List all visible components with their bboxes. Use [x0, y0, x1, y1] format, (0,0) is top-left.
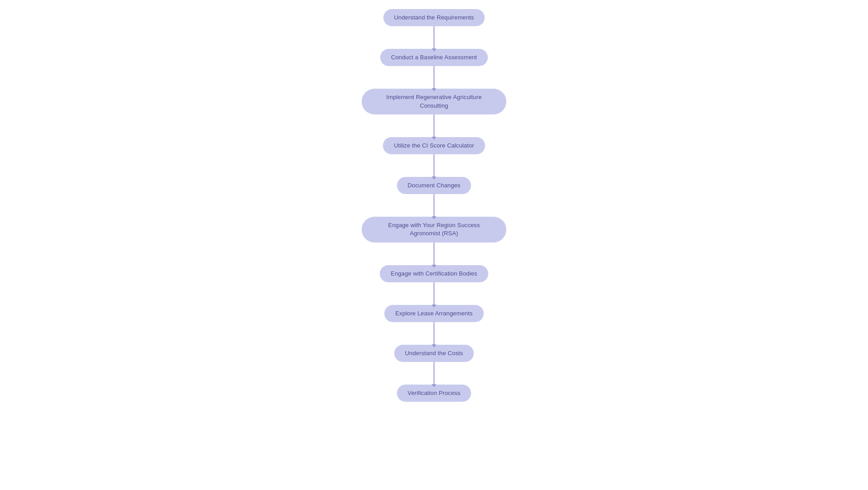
- connector-8: [434, 322, 434, 345]
- connector-2: [434, 66, 434, 89]
- connector-1: [434, 26, 434, 49]
- connector-7: [434, 282, 434, 305]
- connector-5: [434, 194, 434, 217]
- connector-4: [434, 154, 434, 177]
- connector-9: [434, 362, 434, 385]
- connector-6: [434, 243, 434, 265]
- node-understand-requirements[interactable]: Understand the Requirements: [383, 9, 485, 26]
- node-engage-rsa[interactable]: Engage with Your Region Success Agronomi…: [362, 217, 506, 242]
- flowchart: Understand the Requirements Conduct a Ba…: [344, 9, 524, 402]
- connector-3: [434, 114, 434, 137]
- node-implement-regenerative[interactable]: Implement Regenerative Agriculture Consu…: [362, 89, 506, 114]
